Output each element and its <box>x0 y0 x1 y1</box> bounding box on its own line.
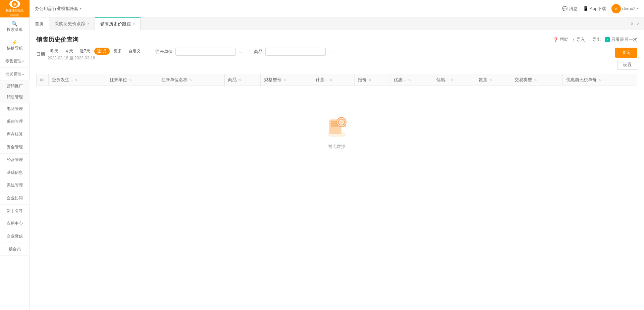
import-button[interactable]: ↑ 导入 <box>573 37 585 43</box>
only-last-checkbox[interactable]: ✓ <box>605 37 610 42</box>
sort-product-icon: ⇅ <box>239 78 241 82</box>
filter-bar: 日期 昨天 今天 近7天 近1月 更多 自定义 2023-02-18 至 202… <box>30 44 644 74</box>
col-quantity-label: 数量 <box>479 77 487 82</box>
sidebar-item-member[interactable]: 畅会员 <box>0 243 30 256</box>
sidebar-item-retail[interactable]: 零售管理 ▾ <box>0 55 30 68</box>
search-menu-item[interactable]: 🔍 搜索菜单 <box>0 17 30 36</box>
sort-unit-icon: ⇅ <box>330 78 332 82</box>
username: demo2 <box>622 6 636 11</box>
app-tag: 标准版 <box>10 13 19 17</box>
sort-discount2-icon: ⇅ <box>450 78 453 82</box>
table-col-quantity[interactable]: 数量 ⇅ <box>475 74 511 86</box>
tab-sales-label: 销售历史价跟踪 <box>100 21 131 27</box>
product-selector[interactable]: 办公用品行业模拟账套 ▾ <box>35 6 82 12</box>
sidebar-item-enterprise[interactable]: 企业协同 <box>0 192 30 205</box>
tab-purchase[interactable]: 采购历史价跟踪 × <box>49 17 95 30</box>
table-col-partner[interactable]: 往来单位 ⇅ <box>106 74 158 86</box>
sort-tradetype-icon: ⇅ <box>534 78 537 82</box>
product-filter-dots[interactable]: ... <box>328 49 332 54</box>
sidebar-sub-sales[interactable]: 销售管理 <box>0 92 30 103</box>
sidebar-item-purchase[interactable]: 采购管理 <box>0 115 30 128</box>
product-filter-group: 商品 ... <box>254 48 332 56</box>
import-icon: ↑ <box>573 37 575 42</box>
partner-filter-dots[interactable]: ... <box>238 49 242 54</box>
table-col-spec[interactable]: 规格型号 ⇅ <box>261 74 312 86</box>
partner-filter-group: 往来单位 ... <box>155 48 242 56</box>
svg-rect-4 <box>331 121 337 122</box>
tab-sales[interactable]: 销售历史价跟踪 × <box>95 17 141 30</box>
message-icon: 💬 <box>562 6 568 11</box>
date-btn-today[interactable]: 今天 <box>62 48 76 55</box>
col-partner-label: 往来单位 <box>110 77 127 82</box>
query-button[interactable]: 查询 <box>615 48 637 58</box>
table-col-bizdate[interactable]: 业务发生... ⇅ <box>49 74 106 86</box>
user-profile[interactable]: d demo2 ▾ <box>611 4 639 13</box>
filter-settings-button[interactable]: 设置 <box>617 60 637 70</box>
data-table: ⚙ 业务发生... ⇅ 往来单位 ⇅ 往来单位名称 ⇅ <box>36 74 637 86</box>
table-col-discount2[interactable]: 优惠... ⇅ <box>433 74 475 86</box>
app-download-button[interactable]: 📱 App下载 <box>583 6 606 12</box>
table-col-partner-name[interactable]: 往来单位名称 ⇅ <box>158 74 224 86</box>
sidebar-item-baseinfo[interactable]: 基础信息 <box>0 166 30 179</box>
operation-label: 经营管理 <box>7 157 23 163</box>
empty-state: ? 暂无数据 <box>30 86 644 176</box>
table-col-settings[interactable]: ⚙ <box>37 74 49 86</box>
sidebar-item-guide[interactable]: 新手引导 <box>0 205 30 217</box>
sidebar-item-system[interactable]: 系统管理 <box>0 179 30 192</box>
sidebar-item-wholesale[interactable]: 批发管理 ▴ <box>0 68 30 81</box>
date-btn-custom[interactable]: 自定义 <box>126 48 143 55</box>
product-filter-input[interactable] <box>265 48 326 56</box>
app-logo[interactable]: 畅 畅捷通好生意 标准版 <box>0 0 30 17</box>
col-unit-label: 计量... <box>316 77 328 82</box>
query-actions: 查询 设置 <box>615 48 637 70</box>
table-col-unit[interactable]: 计量... ⇅ <box>312 74 354 86</box>
search-icon: 🔍 <box>11 21 18 27</box>
table-col-price[interactable]: 报价 ⇅ <box>354 74 390 86</box>
wholesale-label: 批发管理 <box>5 71 21 77</box>
message-button[interactable]: 💬 消息 <box>562 6 578 12</box>
export-label: 导出 <box>592 37 601 43</box>
svg-text:畅: 畅 <box>13 3 16 6</box>
avatar-initial: d <box>615 7 617 11</box>
sidebar-item-operation[interactable]: 经营管理 <box>0 154 30 166</box>
table-col-product[interactable]: 商品 ⇅ <box>224 74 260 86</box>
ecommerce-label: 电商管理 <box>7 106 23 112</box>
tab-home[interactable]: 首页 <box>30 17 49 30</box>
partner-filter-input[interactable] <box>175 48 236 56</box>
page-content: 销售历史价查询 ❓ 帮助 ↑ 导入 ↓ 导出 ✓ 只看最后一次 <box>30 30 644 310</box>
sort-quantity-icon: ⇅ <box>489 78 492 82</box>
wholesale-arrow-icon: ▴ <box>22 72 24 76</box>
sort-partner-name-icon: ⇅ <box>189 78 192 82</box>
sidebar-item-inventory[interactable]: 库存核算 <box>0 128 30 141</box>
sidebar-item-finance[interactable]: 资金管理 <box>0 141 30 154</box>
date-btn-1month[interactable]: 近1月 <box>94 48 110 55</box>
export-button[interactable]: ↓ 导出 <box>589 37 601 43</box>
finance-label: 资金管理 <box>7 144 23 150</box>
empty-text: 暂无数据 <box>328 144 345 150</box>
wechat-label: 企业微信 <box>7 234 23 239</box>
guide-label: 新手引导 <box>7 208 23 214</box>
table-col-tradetype[interactable]: 交易类型 ⇅ <box>511 74 562 86</box>
svg-text:?: ? <box>340 120 342 124</box>
sidebar-sub-marketing[interactable]: 营销推广 <box>0 81 30 92</box>
date-btn-yesterday[interactable]: 昨天 <box>48 48 61 55</box>
date-btn-7days[interactable]: 近7天 <box>77 48 93 55</box>
close-all-tabs-button[interactable]: × <box>631 21 634 27</box>
help-label: 帮助 <box>560 37 569 43</box>
tab-sales-close[interactable]: × <box>133 22 135 26</box>
fullscreen-button[interactable]: ⤢ <box>636 21 640 26</box>
tab-purchase-close[interactable]: × <box>87 22 89 25</box>
inventory-label: 库存核算 <box>7 132 23 137</box>
app-name: 畅捷通好生意 <box>6 8 24 13</box>
only-last-toggle[interactable]: ✓ 只看最后一次 <box>605 37 637 43</box>
sort-partner-icon: ⇅ <box>129 78 132 82</box>
help-icon: ❓ <box>553 37 558 42</box>
sidebar-item-ecommerce[interactable]: 电商管理 <box>0 103 30 115</box>
sidebar-item-quicknav[interactable]: ⚡ 快捷导航 <box>0 36 30 55</box>
table-col-discount1[interactable]: 优惠... ⇅ <box>390 74 433 86</box>
help-button[interactable]: ❓ 帮助 <box>553 37 569 43</box>
date-btn-more[interactable]: 更多 <box>111 48 124 55</box>
sidebar-item-appcenter[interactable]: 应用中心 <box>0 217 30 230</box>
table-col-pretax[interactable]: 优惠前无税单价 ⇅ <box>562 74 637 86</box>
sidebar-item-wechat[interactable]: 企业微信 <box>0 230 30 243</box>
